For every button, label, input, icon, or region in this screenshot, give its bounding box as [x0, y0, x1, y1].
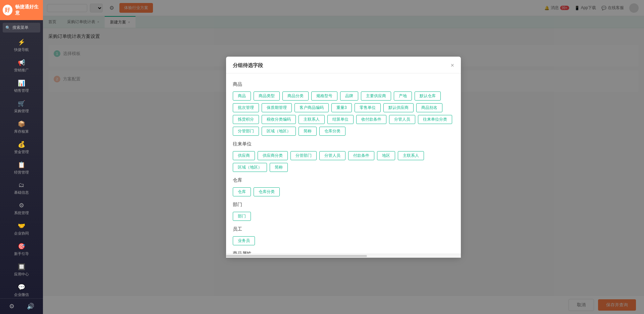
sidebar-item-jingying[interactable]: 📋 经营管理 [0, 158, 43, 178]
field-tag-product-2[interactable]: 商品分类 [282, 91, 309, 101]
field-grid-product: 商品商品类型商品分类规格型号品牌主要供应商产地默认仓库批次管理保质期管理客户商品… [233, 91, 454, 136]
field-tag-product-18[interactable]: 结算单位 [327, 115, 354, 124]
sidebar-icon-jichu: 🗂 [18, 182, 24, 189]
sidebar-bottom: ⚙ 🔊 [0, 298, 43, 314]
sidebar-label-zijin: 资金管理 [14, 149, 29, 154]
field-tag-product-16[interactable]: 税收分类编码 [262, 115, 296, 124]
sidebar-label-qiye: 企业协同 [14, 231, 29, 236]
sidebar-item-xiaoshou[interactable]: 📊 销售管理 [0, 76, 43, 97]
field-tag-department-0[interactable]: 部门 [233, 212, 251, 221]
sidebar-icon-zijin: 💰 [18, 141, 25, 148]
field-tag-product-14[interactable]: 商品别名 [416, 103, 442, 112]
app-name: 畅捷通好生意 [15, 4, 40, 16]
section-title-employee: 员工 [233, 226, 454, 232]
field-tag-warehouse-1[interactable]: 仓库分类 [254, 187, 280, 196]
field-tag-product-9[interactable]: 保质期管理 [262, 103, 292, 112]
field-tag-product-7[interactable]: 默认仓库 [415, 91, 441, 101]
field-tag-partner-3[interactable]: 分管人员 [319, 151, 345, 160]
field-tag-product-15[interactable]: 拣货积分 [233, 115, 259, 124]
field-tag-product-22[interactable]: 分管部门 [233, 127, 259, 136]
search-icon: 🔍 [5, 25, 10, 30]
field-tag-product-25[interactable]: 仓库分类 [319, 127, 345, 136]
field-tag-partner-7[interactable]: 区域（地区） [233, 163, 267, 172]
section-title-partner: 往来单位 [233, 141, 454, 147]
field-tag-partner-6[interactable]: 主联系人 [398, 151, 424, 160]
volume-icon[interactable]: 🔊 [27, 303, 34, 310]
logo-icon: 好 [3, 5, 12, 15]
field-tag-partner-2[interactable]: 分管部门 [290, 151, 317, 160]
sidebar-icon-qiyeweixin: 💬 [18, 284, 25, 291]
sidebar-icon-kucun: 📦 [18, 120, 25, 128]
field-tag-partner-4[interactable]: 付款条件 [348, 151, 374, 160]
sidebar-label-jingying: 经营管理 [14, 170, 29, 175]
sidebar-search-area: 🔍 搜索菜单 [0, 20, 43, 35]
field-tag-product-0[interactable]: 商品 [233, 91, 251, 101]
dialog-overlay: 分组待选字段 × 商品商品商品类型商品分类规格型号品牌主要供应商产地默认仓库批次… [43, 0, 644, 314]
field-tag-product-17[interactable]: 主联系人 [299, 115, 325, 124]
search-menu-label: 搜索菜单 [12, 25, 29, 30]
field-tag-product-11[interactable]: 重量3 [331, 103, 352, 112]
sidebar-label-xiaoshou: 销售管理 [14, 88, 29, 93]
field-tag-product-8[interactable]: 批次管理 [233, 103, 259, 112]
sidebar-icon-yingyong: 🔲 [18, 263, 25, 270]
sidebar-item-yingxiao[interactable]: 📢 营销推广 [0, 56, 43, 76]
field-tag-product-24[interactable]: 简称 [299, 127, 317, 136]
field-tag-employee-0[interactable]: 业务员 [233, 236, 255, 245]
field-tag-partner-1[interactable]: 供应商分类 [258, 151, 288, 160]
sidebar-label-qiyeweixin: 企业微信 [14, 292, 29, 297]
field-tag-product-3[interactable]: 规格型号 [311, 91, 337, 101]
sidebar-icon-yingxiao: 📢 [18, 59, 25, 66]
settings-bottom-icon[interactable]: ⚙ [9, 303, 14, 310]
sidebar-icon-qiye: 🤝 [18, 222, 25, 230]
field-select-dialog: 分组待选字段 × 商品商品商品类型商品分类规格型号品牌主要供应商产地默认仓库批次… [226, 57, 461, 258]
sidebar-item-kucun[interactable]: 📦 库存核算 [0, 117, 43, 137]
sidebar-item-kuaijie[interactable]: ⚡ 快捷导航 [0, 35, 43, 56]
dialog-close-button[interactable]: × [450, 62, 454, 69]
sidebar-icon-xitong: ⚙ [19, 202, 24, 209]
sidebar-item-zijin[interactable]: 💰 资金管理 [0, 137, 43, 158]
sidebar-label-kuaijie: 快捷导航 [14, 47, 29, 52]
field-tag-product-6[interactable]: 产地 [394, 91, 412, 101]
sidebar-item-qiye[interactable]: 🤝 企业协同 [0, 219, 43, 239]
sidebar-label-xitong: 系统管理 [14, 210, 29, 215]
field-tag-product-23[interactable]: 区域（地区） [262, 127, 296, 136]
field-tag-product-12[interactable]: 零售单位 [355, 103, 381, 112]
field-grid-department: 部门 [233, 212, 454, 221]
field-tag-partner-0[interactable]: 供应商 [233, 151, 255, 160]
sidebar-item-xitong[interactable]: ⚙ 系统管理 [0, 198, 43, 219]
section-title-warehouse: 仓库 [233, 177, 454, 183]
sidebar-label-xinshou: 新手引导 [14, 251, 29, 256]
field-tag-product-10[interactable]: 客户商品编码 [294, 103, 329, 112]
field-grid-employee: 业务员 [233, 236, 454, 245]
field-tag-partner-8[interactable]: 简称 [270, 163, 288, 172]
sidebar-icon-caigou: 🛒 [18, 100, 25, 107]
horizontal-scrollbar-thumb [226, 255, 367, 257]
field-tag-product-13[interactable]: 默认供应商 [383, 103, 414, 112]
field-tag-product-21[interactable]: 往来单位分类 [418, 115, 452, 124]
sidebar-item-xinshou[interactable]: 🎯 新手引导 [0, 239, 43, 260]
sidebar-label-yingyong: 应用中心 [14, 272, 29, 277]
field-tag-product-1[interactable]: 商品类型 [254, 91, 280, 101]
section-title-department: 部门 [233, 202, 454, 208]
sidebar-item-caigou[interactable]: 🛒 采购管理 [0, 97, 43, 117]
field-tag-product-4[interactable]: 品牌 [340, 91, 358, 101]
sidebar-label-kucun: 库存核算 [14, 129, 29, 134]
sidebar-item-yingyong[interactable]: 🔲 应用中心 [0, 260, 43, 280]
field-tag-product-19[interactable]: 收付款条件 [356, 115, 386, 124]
search-menu-button[interactable]: 🔍 搜索菜单 [3, 23, 40, 33]
dialog-body[interactable]: 商品商品商品类型商品分类规格型号品牌主要供应商产地默认仓库批次管理保质期管理客户… [226, 73, 461, 254]
sidebar-item-qiyeweixin[interactable]: 💬 企业微信 [0, 280, 43, 298]
sidebar-item-jichu[interactable]: 🗂 基础信息 [0, 178, 43, 198]
field-tag-partner-5[interactable]: 地区 [377, 151, 395, 160]
field-tag-product-20[interactable]: 分管人员 [389, 115, 415, 124]
field-grid-warehouse: 仓库仓库分类 [233, 187, 454, 196]
section-title-product_attr: 商品属性 [233, 251, 454, 254]
sidebar-icon-xiaoshou: 📊 [18, 79, 25, 87]
dialog-header: 分组待选字段 × [226, 57, 461, 73]
field-tag-product-5[interactable]: 主要供应商 [361, 91, 391, 101]
field-grid-partner: 供应商供应商分类分管部门分管人员付款条件地区主联系人区域（地区）简称 [233, 151, 454, 172]
sidebar-label-caigou: 采购管理 [14, 109, 29, 114]
field-tag-warehouse-0[interactable]: 仓库 [233, 187, 251, 196]
section-title-product: 商品 [233, 81, 454, 87]
sidebar-label-jichu: 基础信息 [14, 190, 29, 195]
